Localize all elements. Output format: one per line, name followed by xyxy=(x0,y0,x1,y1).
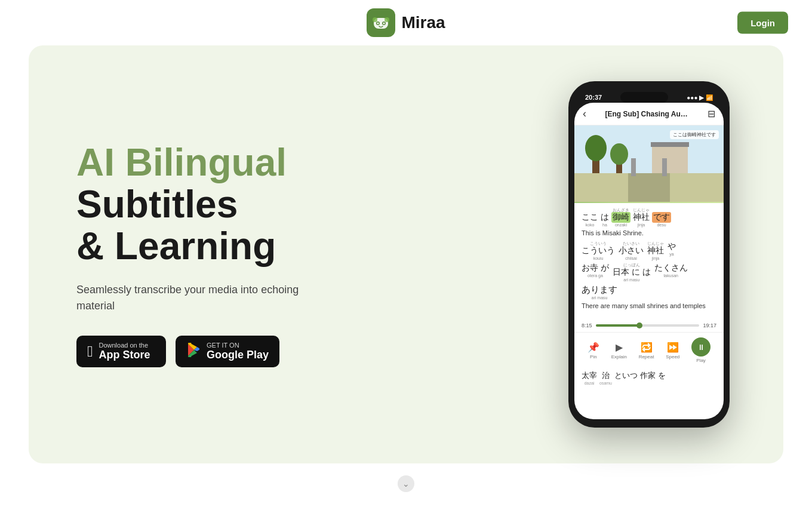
progress-dot xyxy=(636,322,642,328)
login-button[interactable]: Login xyxy=(737,12,788,34)
en-subtitle-1: This is Misaki Shrine. xyxy=(582,229,716,236)
progress-bar-fill xyxy=(596,324,639,327)
back-icon[interactable]: ‹ xyxy=(583,107,586,120)
phone-time: 20:37 xyxy=(585,94,602,101)
google-play-icon xyxy=(186,343,201,361)
pin-label: Pin xyxy=(590,354,597,360)
jp-small-dazai: 太宰 dazai xyxy=(582,370,597,385)
jp-word-nihon: にっぽん 日本 に は ari masu xyxy=(613,263,651,282)
svg-point-3 xyxy=(377,23,379,24)
logo-name: Miraa xyxy=(401,13,445,32)
svg-rect-16 xyxy=(628,173,670,202)
google-play-text: GET IT ON Google Play xyxy=(207,342,269,362)
jp-small-sakka: 作家 xyxy=(640,370,656,385)
hero-section: AI Bilingual Subtitles & Learning Seamle… xyxy=(29,45,783,463)
svg-point-6 xyxy=(385,17,389,22)
repeat-button[interactable]: 🔁 Repeat xyxy=(639,342,654,360)
controls-row: 📌 Pin ▶ Explain 🔁 Repeat ⏩ Speed xyxy=(574,332,724,368)
speed-button[interactable]: ⏩ Speed xyxy=(666,342,679,360)
jp-word-chiisai: たいさい 小さい chiisai xyxy=(619,241,644,260)
jp-word-takusan: たくさん takusan xyxy=(654,263,688,282)
play-label: Play xyxy=(696,358,706,363)
screen-menu-icon[interactable]: ⊟ xyxy=(708,108,715,119)
jp-word-jinja: じんじゃ 神社 jinja xyxy=(633,208,650,227)
phone-mockup: 20:37 ●●● ▶ 📶 ‹ [Eng Sub] Chasing Autumn… xyxy=(568,81,742,428)
svg-point-13 xyxy=(610,143,628,165)
jp-small-osamu: 治 osamu xyxy=(599,370,612,385)
repeat-label: Repeat xyxy=(639,354,654,360)
app-store-button[interactable]:  Download on the App Store xyxy=(76,336,166,368)
progress-start: 8:15 xyxy=(582,322,592,328)
hero-title-subtitles: Subtitles xyxy=(76,183,303,225)
jp-small-toiu: といつ xyxy=(614,370,638,385)
screen-video: ここは御崎神社です xyxy=(574,125,724,203)
svg-point-11 xyxy=(585,135,607,161)
svg-point-5 xyxy=(373,17,377,22)
scroll-dot-icon: ⌄ xyxy=(398,475,414,492)
app-store-small-text: Download on the xyxy=(99,342,150,349)
jp-line-1: ここ koko は ha おんざき 御崎 onzaki xyxy=(582,208,716,227)
hero-title-ai: AI Bilingual xyxy=(76,141,287,184)
store-buttons:  Download on the App Store xyxy=(76,336,303,368)
jp-word-otera: お寺 が otera ga xyxy=(582,263,609,282)
header: Miraa Login xyxy=(0,0,812,45)
jp-word-ha: は ha xyxy=(601,212,609,227)
svg-rect-17 xyxy=(631,158,636,176)
jp-word-onzaki: おんざき 御崎 onzaki xyxy=(611,208,630,227)
explain-label: Explain xyxy=(611,354,627,360)
jp-line-2: こういう こういう kouiu たいさい 小さい chiisai じんじゃ 神社 xyxy=(582,241,716,260)
jp-word-desu: です desu xyxy=(652,212,671,227)
screen-topbar: ‹ [Eng Sub] Chasing Autumn Sce... ⊟ xyxy=(574,103,724,125)
bottom-jp-text: 太宰 dazai 治 osamu といつ 作家 xyxy=(582,370,716,385)
apple-icon:  xyxy=(87,342,93,361)
progress-bar[interactable] xyxy=(596,324,700,327)
hero-title: AI Bilingual Subtitles & Learning xyxy=(76,142,303,268)
pin-icon: 📌 xyxy=(588,342,599,353)
svg-point-4 xyxy=(383,23,385,24)
google-play-big-text: Google Play xyxy=(207,349,269,362)
speed-icon: ⏩ xyxy=(667,342,679,353)
screen-title: [Eng Sub] Chasing Autumn Sce... xyxy=(605,110,689,118)
svg-rect-14 xyxy=(652,143,688,173)
jp-word-jinja2: じんじゃ 神社 jinja xyxy=(647,241,664,260)
hero-description: Seamlessly transcribe your media into ec… xyxy=(76,282,303,314)
jp-word-koko: ここ koko xyxy=(582,212,598,227)
jp-word-ya: や ya xyxy=(668,241,676,260)
logo-area: Miraa xyxy=(367,8,445,37)
svg-rect-18 xyxy=(662,158,667,176)
bottom-text: 太宰 dazai 治 osamu といつ 作家 xyxy=(574,368,724,391)
play-btn-inner: ⏸ xyxy=(691,337,710,357)
progress-area: 8:15 19:17 xyxy=(574,319,724,332)
jp-small-wo: を xyxy=(658,370,666,385)
phone-frame: 20:37 ●●● ▶ 📶 ‹ [Eng Sub] Chasing Autumn… xyxy=(568,81,730,428)
jp-word-arimasu: あります ari masu xyxy=(582,284,617,300)
speed-label: Speed xyxy=(666,354,679,360)
google-play-small-text: GET IT ON xyxy=(207,342,269,349)
play-button[interactable]: ⏸ Play xyxy=(691,337,710,363)
hero-title-learning: & Learning xyxy=(76,225,303,267)
pin-button[interactable]: 📌 Pin xyxy=(588,342,599,360)
jp-word-kouiu: こういう こういう kouiu xyxy=(582,241,615,260)
phone-status: ●●● ▶ 📶 xyxy=(687,94,713,101)
explain-icon: ▶ xyxy=(616,342,623,353)
svg-rect-15 xyxy=(651,142,689,147)
play-icon: ⏸ xyxy=(691,337,710,357)
jp-line-4: あります ari masu xyxy=(582,284,716,300)
subtitle-area: ここ koko は ha おんざき 御崎 onzaki xyxy=(574,203,724,319)
progress-end: 19:17 xyxy=(703,322,716,328)
phone-screen: ‹ [Eng Sub] Chasing Autumn Sce... ⊟ xyxy=(574,103,724,419)
app-store-big-text: App Store xyxy=(99,349,150,362)
scroll-indicator: ⌄ xyxy=(0,463,812,504)
google-play-button[interactable]: GET IT ON Google Play xyxy=(176,336,279,368)
en-subtitle-2: There are many small shrines and temples xyxy=(582,302,716,309)
explain-button[interactable]: ▶ Explain xyxy=(611,342,627,360)
hero-left: AI Bilingual Subtitles & Learning Seamle… xyxy=(76,142,303,368)
jp-line-3: お寺 が otera ga にっぽん 日本 に は ari masu たくさん … xyxy=(582,263,716,282)
repeat-icon: 🔁 xyxy=(641,342,653,353)
logo-icon xyxy=(367,8,395,37)
video-overlay-label: ここは御崎神社です xyxy=(670,130,719,139)
app-store-text: Download on the App Store xyxy=(99,342,150,362)
